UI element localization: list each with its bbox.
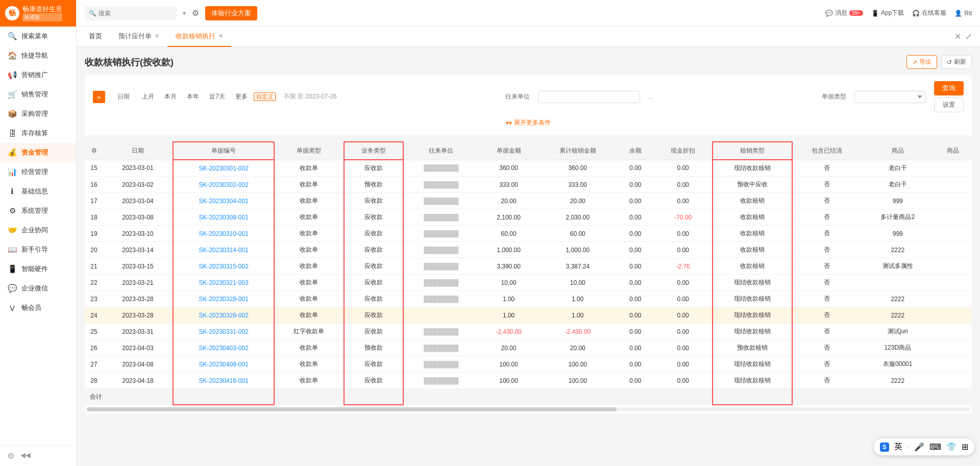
- message-action[interactable]: 💬 消息 99+: [825, 9, 863, 17]
- col-write-off-type[interactable]: 核销类型: [713, 142, 792, 160]
- sidebar-item-basic-info[interactable]: ℹ 基础信息: [0, 182, 76, 201]
- chevron-down-icon[interactable]: ▾: [183, 10, 186, 17]
- col-cash-disc[interactable]: 现金折扣: [654, 142, 713, 160]
- topbar-search-box[interactable]: 🔍: [85, 6, 177, 20]
- table-row: 172023-03-04SK-20230304-001收款单应收款███████…: [85, 193, 972, 209]
- col-goods1[interactable]: 商品: [861, 142, 935, 160]
- collapse-icon[interactable]: ◀◀: [20, 451, 31, 461]
- sidebar-item-smart-hw[interactable]: 📱 智能硬件: [0, 259, 76, 279]
- tab-collection-close[interactable]: ✕: [218, 33, 223, 39]
- slip-type-select[interactable]: 收款单 红字收款单: [854, 91, 926, 103]
- col-goods2[interactable]: 商品: [935, 142, 972, 160]
- settings-bottom-icon[interactable]: ⚙: [7, 451, 14, 461]
- date-this-year[interactable]: 本年: [183, 91, 203, 102]
- table-row: 272023-04-08SK-20230408-001收款单应收款███████…: [85, 356, 972, 373]
- logo-badge: 标准版: [22, 13, 62, 21]
- logo-text: 畅康道好生意: [22, 5, 62, 14]
- sidebar-item-operations[interactable]: 📊 经营管理: [0, 162, 76, 182]
- filter-settings-button[interactable]: 设置: [934, 97, 964, 112]
- col-slip-no[interactable]: 单据编号: [173, 142, 274, 160]
- date-custom[interactable]: 自定义: [254, 92, 276, 101]
- info-icon: ℹ: [7, 187, 17, 196]
- ime-keyboard[interactable]: ⌨: [929, 442, 941, 452]
- sidebar-item-search[interactable]: 🔍 搜索菜单: [0, 27, 76, 46]
- sidebar-item-system[interactable]: ⚙ 系统管理: [0, 201, 76, 220]
- operations-icon: 📊: [7, 167, 17, 177]
- sidebar-item-new-guide[interactable]: 📖 新手引导: [0, 240, 76, 259]
- table-row: 222023-03-21SK-20230321-003收款单应收款███████…: [85, 275, 972, 291]
- app-download-action[interactable]: 📱 App下载: [871, 9, 904, 17]
- system-icon: ⚙: [7, 206, 17, 215]
- col-gear[interactable]: ⚙: [85, 142, 103, 160]
- table-row: 232023-03-28SK-20230328-001收款单应收款███████…: [85, 291, 972, 307]
- page-actions: ↗ 导出 ↺ 刷新: [906, 55, 972, 69]
- ime-bar: S 英 · 🎤 ⌨ 👕 ⊞: [873, 438, 975, 456]
- date-this-month[interactable]: 本月: [160, 91, 181, 102]
- tab-collection[interactable]: 收款核销执行 ✕: [167, 27, 231, 47]
- expand-more-btn[interactable]: ▾▾ 展开更多条件: [504, 116, 553, 129]
- message-badge: 99+: [849, 10, 863, 16]
- sidebar-item-enterprise-coop[interactable]: 🤝 企业协同: [0, 220, 76, 240]
- online-service-action[interactable]: 🎧 在线客服: [912, 9, 946, 17]
- member-icon: V: [7, 304, 17, 312]
- purchase-icon: 📦: [7, 109, 17, 118]
- col-write-off[interactable]: 累计核销金额: [538, 142, 617, 160]
- tab-home[interactable]: 首页: [81, 27, 110, 47]
- footer-amount: [479, 389, 539, 405]
- query-actions: 查询 设置: [934, 81, 964, 112]
- horizontal-scrollbar[interactable]: [87, 407, 970, 411]
- table-row: 262023-04-03SK-20230403-002收款单预收款███████…: [85, 340, 972, 356]
- sidebar-item-finance[interactable]: 💰 资金管理: [0, 143, 76, 162]
- table-row: 282023-04-18SK-20230418-001收款单应收款███████…: [85, 373, 972, 389]
- partner-dots[interactable]: ...: [648, 93, 653, 101]
- refresh-icon: ↺: [947, 59, 952, 66]
- sidebar-item-quick-nav[interactable]: 🏠 快捷导航: [0, 46, 76, 65]
- search-input[interactable]: [99, 10, 160, 17]
- col-include-settled[interactable]: 包含已结清: [792, 142, 861, 160]
- date-label: 日期: [117, 92, 130, 101]
- date-7days[interactable]: 近7天: [205, 91, 229, 102]
- ime-grid[interactable]: ⊞: [962, 442, 968, 452]
- col-partner[interactable]: 往来单位: [403, 142, 479, 160]
- col-slip-type[interactable]: 单据类型: [274, 142, 344, 160]
- table-row: 182023-03-08SK-20230308-001收款单应收款███████…: [85, 209, 972, 226]
- tab-prepay-close[interactable]: ✕: [155, 33, 159, 39]
- scrollbar-thumb[interactable]: [87, 407, 617, 411]
- expand-arrow-btn[interactable]: »: [93, 91, 105, 103]
- sidebar-item-sales[interactable]: 🛒 销售管理: [0, 85, 76, 104]
- date-range-text: 不限 至 2023-07-26: [284, 92, 337, 101]
- tab-close-all-icon[interactable]: ✕: [954, 32, 961, 41]
- col-date[interactable]: 日期: [103, 142, 173, 160]
- sidebar-item-inventory[interactable]: 🗄 库存核算: [0, 124, 76, 143]
- col-biz-type[interactable]: 业务类型: [344, 142, 403, 160]
- sidebar-item-marketing[interactable]: 📢 营销推广: [0, 65, 76, 85]
- ime-shirt[interactable]: 👕: [946, 442, 957, 452]
- tab-prepay[interactable]: 预计应付单 ✕: [110, 27, 167, 47]
- sidebar-bottom: ⚙ ◀◀: [0, 446, 76, 466]
- gear-icon[interactable]: ⚙: [192, 8, 199, 18]
- ime-mic[interactable]: 🎤: [914, 442, 924, 452]
- export-button[interactable]: ↗ 导出: [906, 55, 937, 69]
- ime-english[interactable]: 英: [894, 442, 902, 452]
- marketing-icon: 📢: [7, 70, 17, 80]
- industry-btn[interactable]: 体验行业方案: [205, 6, 257, 20]
- sidebar-menu: 🔍 搜索菜单 🏠 快捷导航 📢 营销推广 🛒 销售管理 📦 采购管理 🗄 库存核…: [0, 27, 76, 446]
- date-more[interactable]: 更多: [231, 91, 252, 102]
- sidebar-item-enterprise-wx[interactable]: 💬 企业微信: [0, 279, 76, 298]
- partner-input[interactable]: [538, 91, 640, 103]
- ime-dot: ·: [908, 444, 909, 451]
- date-last-month[interactable]: 上月: [138, 91, 158, 102]
- sidebar-item-member[interactable]: V 畅会员: [0, 298, 76, 317]
- col-amount[interactable]: 单据金额: [479, 142, 539, 160]
- sidebar-item-purchase[interactable]: 📦 采购管理: [0, 104, 76, 124]
- footer-include-settled: [792, 389, 861, 405]
- table-row: 202023-03-14SK-20230314-001收款单应收款███████…: [85, 242, 972, 258]
- headset-icon: 🎧: [912, 10, 920, 17]
- refresh-button[interactable]: ↺ 刷新: [941, 55, 972, 69]
- table-row: 212023-03-15SK-20230315-002收款单应收款███████…: [85, 258, 972, 275]
- user-avatar[interactable]: 👤 Rit: [954, 10, 972, 17]
- col-balance[interactable]: 余额: [617, 142, 654, 160]
- finance-icon: 💰: [7, 148, 17, 157]
- tab-expand-icon[interactable]: ⤢: [965, 32, 972, 41]
- query-button[interactable]: 查询: [934, 81, 964, 95]
